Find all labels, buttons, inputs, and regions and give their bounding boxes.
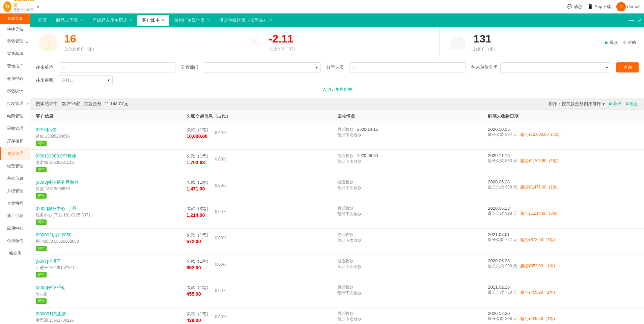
sort-button[interactable]: 排序：按欠款金额倒序排序 ▾ [549,101,605,107]
tab-products-off[interactable]: 商品上下架 ✕ [51,15,88,26]
tab-close-icon-3[interactable]: ✕ [162,18,165,23]
summary-card-actions: ▶ 视频 ⊙ 帮助 [605,40,636,46]
tab-inbound-stats[interactable]: 进货单统计表（按商品） ✕ [215,15,277,26]
sidebar-item-app-center[interactable]: 应用中心 [0,222,30,235]
debt-amount: 429.00 [187,318,211,323]
unit-category-label: 往来单位分类 [471,64,498,70]
sidebar-item-retail-mgmt[interactable]: 零售管理 ▲ [0,35,30,48]
dropdown-icon[interactable]: ▾ [36,3,39,10]
sidebar-item-inventory[interactable]: 库存核算 [0,135,30,147]
overdue-amount[interactable]: 超期¥652.00（1笔） [520,264,557,268]
chevron-down-icon-category: ▾ [606,65,608,70]
customer-badge: 现销 [36,167,47,172]
manager-input[interactable]: ··· [349,62,466,72]
customer-name-link[interactable]: [0006]去下粮仓 [36,285,187,291]
debt-count: 欠款（1笔） [187,311,211,317]
tab-purchase-order[interactable]: 采购订单统计表 ✕ [169,15,215,26]
debt-row: 欠款（1笔） 1,703.68 0.00% [187,153,337,165]
app-download-btn[interactable]: 📱 App下载 [588,4,611,10]
debt-total-label: 欠款合计（万） [269,47,431,52]
collapse-btn[interactable]: ⋀ 收起更多条件 [36,85,639,94]
sidebar-item-ops-mgmt[interactable]: 经营管理 [0,160,30,172]
sidebar-item-member[interactable]: 畅会员 [0,247,30,260]
debt-amount: 10,000.00 [187,134,211,139]
sidebar-item-retail-store[interactable]: 零售商城 [0,48,30,60]
next-collect-label: 预计下次收款 [337,290,488,296]
sidebar-item-basic-info[interactable]: 基础信息 [0,172,30,185]
overdue-amount[interactable]: 超期¥672.00（1笔） [520,237,557,242]
tab-minimize-btn[interactable]: — [629,17,634,24]
results-bar: 搜索结果中，客户16家 欠款金额 -21,148.07元 排序：按欠款金额倒序排… [30,98,644,110]
tab-home[interactable]: 首页 [33,15,51,26]
tab-maximize-btn[interactable]: ⤢ [637,17,641,24]
overdue-amount[interactable]: 超期¥455.90（1笔） [520,290,557,295]
tab-close-icon-4[interactable]: ✕ [207,18,210,23]
overdue-cell: 2021.02.26 最长欠款 750 天 超期¥455.90（1笔） [488,285,639,295]
overdue-amount[interactable]: 超期¥1,703.68（1笔） [520,158,561,163]
user-avatar[interactable]: D demo2 [616,2,641,11]
debt-info-cell: 欠款（1笔） 455.90 0.00% [187,285,337,297]
tab-close-icon-2[interactable]: ✕ [130,18,133,23]
overdue-cell: 2021.03.01 最长欠款 747 天 超期¥672.00（1笔） [488,232,639,243]
debt-amount: 1,214.00 [187,212,211,218]
customer-name-link[interactable]: [000002]用户2050 [36,232,187,238]
table-row: [0006]去下粮仓 陈小册 现销 欠款（1笔） 455.90 0.00% [30,281,644,307]
filter-manager: 分管人员 ··· [326,62,466,72]
overdue-amount[interactable]: 超期¥429.00（1笔） [520,316,557,321]
customer-info-cell: [0006]去下粮仓 陈小册 现销 [36,285,187,304]
debt-count: 欠款（1笔） [187,153,211,159]
help-btn[interactable]: ⊙ 帮助 [623,40,636,46]
next-collect-label: 预计下次收款 [337,132,488,138]
sidebar-item-batch-mgmt[interactable]: 批发管理 ▾ [0,97,30,110]
overdue-amount[interactable]: 超期¥1,471.00（1笔） [520,185,561,189]
video-btn[interactable]: ▶ 视频 [605,40,618,46]
overdue-amount[interactable]: 超期¥1,214.00（3笔） [520,211,561,216]
customer-phone: 海燕 18513066976 [36,186,187,192]
sidebar-item-enterprise-wechat[interactable]: 企业微信 [0,235,30,247]
sidebar-item-ecom-mgmt[interactable]: 电商管理 [0,110,30,122]
customer-name-link[interactable]: [0016]吕俊 [36,127,187,133]
overdue-cell: 2020.06.23 最长欠款 998 天 超期¥1,471.00（1笔） [488,179,639,190]
sidebar-item-purchase-mgmt[interactable]: 采购管理 [0,122,30,135]
customer-name-link[interactable]: [0007]小进干 [36,258,187,264]
query-button[interactable]: 查询 [616,62,639,72]
debt-row: 欠款（1笔） 652.00 0.00% [187,258,337,270]
customer-name-link[interactable]: [0001020001]李老师 [36,153,187,159]
filter-unit-category: 往来单位分类 ▾ [471,62,611,72]
message-btn[interactable]: 💬 消息 [567,4,582,10]
tab-customer-account[interactable]: 客户账本 ✕ [137,15,169,26]
customer-phone: 黄思源 13552700226 [36,318,187,323]
tab-production-history[interactable]: 产成品入库单历史 ✕ [88,15,137,26]
sidebar-item-quick-nav[interactable]: 快捷导航 [0,24,30,35]
unit-category-select[interactable]: ▾ [500,62,611,72]
overdue-date: 2021.02.26 [488,285,639,290]
customer-name-link[interactable]: [0003]畅捷服务尹海燕 [36,179,187,185]
top-right-area: 💬 消息 📱 App下载 D demo2 [567,2,641,11]
content-area: 首页 商品上下架 ✕ 产成品入库单历史 ✕ 客户账本 ✕ 采购订单统计表 ✕ [30,13,644,324]
sidebar-item-retail-stats[interactable]: 零售统计 [0,85,30,97]
customer-name-link[interactable]: [0002]服务中心_丁磊 [36,206,187,212]
chevron-down-icon-sort: ▾ [603,101,605,107]
tab-close-icon[interactable]: ✕ [80,18,83,23]
sidebar-item-newbie[interactable]: 新手引导 [0,210,30,222]
refresh-button[interactable]: 刷新 [626,101,639,107]
from-unit-input[interactable]: ··· [59,62,175,72]
dept-select[interactable]: ▾ [204,62,320,72]
sidebar-item-member-center[interactable]: 会员中心 [0,72,30,85]
debt-info-cell: 欠款（1笔） 1,703.68 0.00% [187,153,337,165]
overdue-date: 2020.11.15 [488,153,639,158]
customer-name-link[interactable]: [000001]黄思源 [36,311,187,317]
sidebar-item-finance-mgmt[interactable]: 资金管理 [0,147,30,160]
balance-select[interactable]: 选择... ▾ [59,75,113,85]
sidebar-item-marketing[interactable]: 营销推广 [0,60,30,72]
customer-phone: 陈小册 [36,291,187,297]
export-button[interactable]: 导出 [609,101,622,107]
recent-collect-label: 最近收款 [337,258,488,264]
overdue-cell: 2020.06.23 最长欠款 998 天 超期¥652.00（1笔） [488,258,639,269]
sidebar-item-enterprise-coop[interactable]: 企业协同 [0,197,30,210]
sidebar-item-sys-mgmt[interactable]: 系统管理 [0,185,30,197]
tab-close-icon-5[interactable]: ✕ [270,18,273,23]
overdue-amount[interactable]: 超期¥10,000.00（1笔） [520,132,563,137]
debt-customers-icon: ¥ [38,32,59,53]
manager-dots: ··· [352,65,356,70]
